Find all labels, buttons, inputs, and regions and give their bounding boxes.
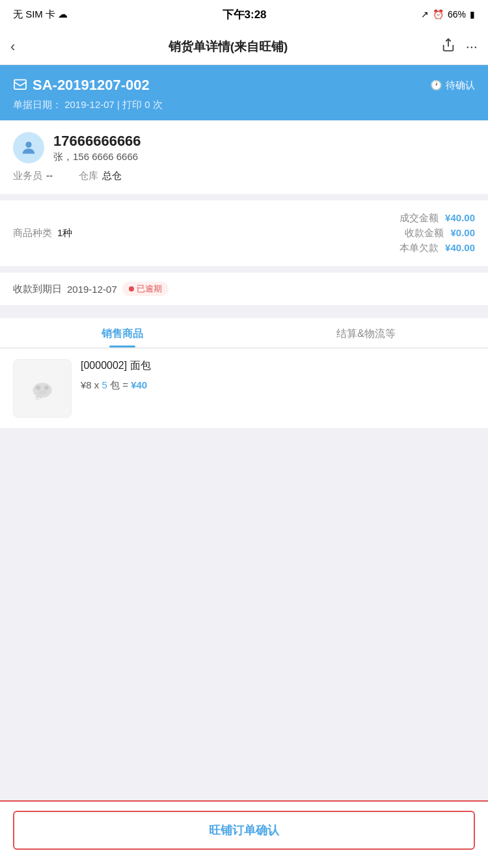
confirm-button-wrapper: 旺铺订单确认	[0, 800, 488, 868]
total-value: ¥40	[131, 379, 147, 390]
transaction-row: 成交金额 ¥40.00	[400, 212, 475, 224]
status-right: ↗ ⏰ 66% ▮	[421, 9, 475, 20]
overdue-badge: 已逾期	[122, 282, 169, 296]
price-value: ¥8	[81, 379, 92, 390]
product-type-value: 1种	[57, 227, 72, 239]
product-price: ¥8 x 5 包 = ¥40	[81, 379, 475, 392]
print-info: 打印 0 次	[122, 99, 163, 110]
product-code: [0000002]	[81, 360, 127, 371]
svg-rect-1	[14, 80, 26, 89]
divider-1	[0, 194, 488, 200]
summary-card: 商品种类 1种 成交金额 ¥40.00 收款金额 ¥0.00 本单欠款 ¥40.…	[0, 200, 488, 266]
warehouse-label: 仓库	[79, 170, 98, 182]
order-status: 🕐 待确认	[430, 79, 475, 92]
warehouse-value: 总仓	[102, 170, 122, 182]
battery-icon: ▮	[470, 9, 475, 20]
order-header: SA-20191207-002 🕐 待确认 单据日期： 2019-12-07 |…	[0, 65, 488, 120]
warehouse-meta: 仓库 总仓	[79, 170, 122, 182]
order-id: SA-20191207-002	[13, 77, 150, 94]
tab-sales-product[interactable]: 销售商品	[0, 318, 244, 347]
svg-point-8	[38, 390, 46, 394]
collected-label: 收款金额	[405, 227, 444, 239]
product-card: 管+ [0000002] 面包 ¥8 x 5 包 = ¥40	[0, 349, 488, 428]
date-separator: |	[117, 99, 122, 110]
due-date-label: 收款到期日	[13, 283, 62, 295]
sales-value: --	[46, 170, 53, 182]
nav-left[interactable]: ‹	[10, 38, 15, 55]
svg-point-2	[25, 142, 31, 148]
bottom-area	[0, 428, 488, 532]
quantity-value: 5	[102, 379, 107, 390]
product-info: [0000002] 面包 ¥8 x 5 包 = ¥40	[81, 359, 475, 392]
due-date-value: 2019-12-07	[67, 284, 117, 295]
customer-meta: 业务员 -- 仓库 总仓	[13, 170, 475, 182]
no-sim-text: 无 SIM 卡 ☁	[13, 8, 68, 21]
confirm-order-button[interactable]: 旺铺订单确认	[13, 811, 475, 850]
summary-left: 商品种类 1种	[13, 227, 72, 239]
transaction-value: ¥40.00	[445, 212, 475, 224]
divider-3	[0, 305, 488, 312]
transaction-label: 成交金额	[400, 212, 439, 224]
collected-row: 收款金额 ¥0.00	[405, 227, 475, 239]
unit-text: 包	[110, 379, 120, 390]
share-button[interactable]	[441, 38, 455, 56]
collected-value: ¥0.00	[450, 227, 475, 239]
order-date-row: 单据日期： 2019-12-07 | 打印 0 次	[13, 99, 475, 111]
status-text: 待确认	[446, 79, 475, 92]
status-left: 无 SIM 卡 ☁	[13, 8, 68, 21]
nav-title: 销货单详情(来自旺铺)	[169, 38, 288, 55]
summary-right: 成交金额 ¥40.00 收款金额 ¥0.00 本单欠款 ¥40.00	[400, 212, 475, 254]
summary-row: 商品种类 1种 成交金额 ¥40.00 收款金额 ¥0.00 本单欠款 ¥40.…	[13, 212, 475, 254]
customer-row: 17666666666 张，156 6666 6666	[13, 132, 475, 163]
customer-name: 张，156 6666 6666	[53, 151, 141, 163]
battery-text: 66%	[448, 9, 466, 20]
order-icon	[13, 77, 27, 94]
svg-point-7	[45, 387, 47, 389]
svg-point-6	[37, 387, 40, 389]
location-icon: ↗	[421, 9, 429, 20]
divider-2	[0, 266, 488, 273]
status-bar: 无 SIM 卡 ☁ 下午3:28 ↗ ⏰ 66% ▮	[0, 0, 488, 29]
order-id-row: SA-20191207-002 🕐 待确认	[13, 77, 475, 94]
tabs-bar: 销售商品 结算&物流等	[0, 318, 488, 348]
sales-label: 业务员	[13, 170, 42, 182]
owed-label: 本单欠款	[400, 242, 439, 254]
customer-info-card: 17666666666 张，156 6666 6666 业务员 -- 仓库 总仓	[0, 120, 488, 194]
customer-phone: 17666666666	[53, 133, 141, 150]
overdue-text: 已逾期	[137, 283, 162, 295]
owed-row: 本单欠款 ¥40.00	[400, 242, 475, 254]
status-time: 下午3:28	[223, 7, 267, 22]
overdue-dot-icon	[129, 286, 134, 292]
sales-meta: 业务员 --	[13, 170, 53, 182]
more-button[interactable]: ···	[466, 38, 478, 55]
back-button[interactable]: ‹	[10, 38, 15, 55]
avatar	[13, 132, 44, 163]
owed-value: ¥40.00	[445, 242, 475, 254]
date-label: 单据日期：	[13, 99, 62, 110]
order-date: 2019-12-07	[64, 99, 115, 110]
due-date-card: 收款到期日 2019-12-07 已逾期	[0, 273, 488, 305]
tab-settlement[interactable]: 结算&物流等	[244, 318, 488, 347]
product-title: 面包	[130, 360, 151, 371]
nav-bar: ‹ 销货单详情(来自旺铺) ···	[0, 29, 488, 65]
svg-text:管+: 管+	[35, 396, 42, 400]
product-type-label: 商品种类	[13, 227, 52, 239]
product-name: [0000002] 面包	[81, 359, 475, 373]
equals-sign: =	[122, 379, 131, 390]
alarm-icon: ⏰	[433, 9, 444, 20]
customer-details: 17666666666 张，156 6666 6666	[53, 133, 141, 163]
nav-right[interactable]: ···	[441, 38, 478, 56]
multiply-sign: x	[94, 379, 102, 390]
product-image: 管+	[13, 359, 72, 418]
clock-icon: 🕐	[430, 79, 442, 91]
order-id-text: SA-20191207-002	[33, 77, 150, 94]
